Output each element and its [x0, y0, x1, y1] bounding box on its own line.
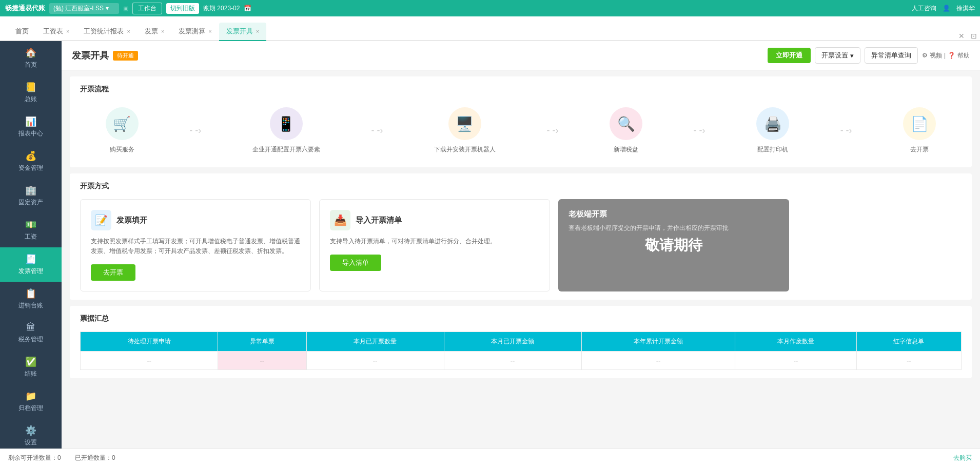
flow-step-printer: 🖨️ 配置打印机 [756, 107, 789, 154]
invoice-icon: 🧾 [25, 254, 36, 265]
billing-card-manual: 📝 发票填开 支持按照发票样式手工填写开发票；可开具增值税电子普通发票、增值税普… [80, 199, 311, 291]
close-tab-salary-report[interactable]: × [127, 28, 130, 34]
flow-arrow-5: - -› [840, 125, 852, 136]
tab-salary[interactable]: 工资表 × [36, 23, 76, 41]
close-tab-invoice[interactable]: × [161, 28, 164, 34]
sidebar-item-funds[interactable]: 💰 资金管理 [0, 144, 62, 179]
header-void-count: 本月作废数量 [735, 332, 856, 352]
flow-arrow-2: - -› [371, 125, 383, 136]
val-year-amount: -- [581, 352, 735, 370]
flow-step-download: 🖥️ 下载并安装开票机器人 [434, 107, 496, 154]
open-settings-button[interactable]: 开票设置 ▾ [815, 47, 860, 64]
fill-card-icon: 📝 [91, 210, 111, 230]
tab-invoice-calc[interactable]: 发票测算 × [171, 23, 219, 41]
username[interactable]: 徐淇华 [956, 4, 975, 13]
issue-icon: 📄 [903, 107, 936, 140]
top-bar: 畅捷通易代账 (勉) 江西服室-LSS ▾ ▣ 工作台 切到旧版 账期 2023… [0, 0, 980, 16]
sidebar-item-assets[interactable]: 🏢 固定资产 [0, 179, 62, 213]
tab-invoice-issue[interactable]: 发票开具 × [219, 23, 266, 41]
customer-service[interactable]: 人工咨询 [912, 4, 936, 13]
billing-card-import: 📥 导入开票清单 支持导入待开票清单，可对待开票清单进行拆分、合并处理。 导入清… [319, 199, 550, 291]
help-icon: ❓ [948, 52, 955, 59]
flow-step-issue: 📄 去开票 [903, 107, 936, 154]
sidebar-item-home[interactable]: 🏠 首页 [0, 41, 62, 75]
close-tab-invoice-issue[interactable]: × [256, 28, 259, 34]
import-list-button[interactable]: 导入清单 [330, 255, 381, 271]
flow-arrow-3: - -› [546, 125, 558, 136]
val-red-info: -- [856, 352, 961, 370]
top-bar-right: 人工咨询 👤 徐淇华 [912, 4, 975, 13]
buy-icon: 🛒 [106, 107, 139, 140]
val-void-count: -- [735, 352, 856, 370]
switch-old-button[interactable]: 切到旧版 [166, 3, 199, 14]
ledger-icon: 📒 [25, 82, 36, 93]
boss-card-title: 老板端开票 [569, 209, 607, 218]
summary-section: 票据汇总 待处理开票申请 异常单票 本月已开票数量 本月已开票金额 本年累计开票… [70, 306, 972, 378]
header-red-info: 红字信息单 [856, 332, 961, 352]
buy-link[interactable]: 去购买 [953, 454, 972, 462]
tab-home[interactable]: 首页 [8, 23, 36, 41]
fill-card-desc: 支持按照发票样式手工填写开发票；可开具增值税电子普通发票、增值税普通发票、增值税… [91, 237, 300, 256]
page-actions-right: ⚙ 视频 | ❓ 帮助 [922, 51, 970, 60]
company-selector[interactable]: (勉) 江西服室-LSS ▾ [49, 3, 119, 14]
billing-card-boss: 老板端开票 查看老板端小程序提交的开票申请，并作出相应的开票审批 敬请期待 [558, 199, 789, 291]
billing-methods-section: 开票方式 📝 发票填开 支持按照发票样式手工填写开发票；可开具增值税电子普通发票… [70, 173, 972, 300]
header-pending: 待处理开票申请 [81, 332, 218, 352]
sidebar-item-purchase[interactable]: 📋 进销台账 [0, 282, 62, 316]
header-abnormal: 异常单票 [218, 332, 306, 352]
remaining-label: 剩余可开通数量：0 [8, 454, 61, 461]
header-month-count: 本月已开票数量 [306, 332, 444, 352]
archive-icon: 📁 [25, 391, 36, 402]
funds-icon: 💰 [25, 150, 36, 162]
page-header: 发票开具 待开通 立即开通 开票设置 ▾ 异常清单查询 ⚙ 视频 | ❓ 帮助 [62, 41, 980, 70]
nav-close-button[interactable]: ✕ [955, 32, 968, 40]
boss-card-header: 老板端开票 查看老板端小程序提交的开票申请，并作出相应的开票审批 [569, 209, 779, 233]
sidebar-item-reports[interactable]: 📊 报表中心 [0, 110, 62, 144]
sidebar-item-salary[interactable]: 💵 工资 [0, 213, 62, 247]
flow-section-title: 开票流程 [80, 85, 962, 94]
purchase-icon: 📋 [25, 288, 36, 299]
val-abnormal: -- [218, 352, 306, 370]
val-month-count: -- [306, 352, 444, 370]
sidebar: 🏠 首页 📒 总账 📊 报表中心 💰 资金管理 🏢 固定资产 💵 工资 🧾 发票… [0, 41, 62, 449]
abnormal-query-button[interactable]: 异常清单查询 [865, 47, 918, 64]
tab-salary-report[interactable]: 工资统计报表 × [76, 23, 137, 41]
summary-title: 票据汇总 [80, 314, 962, 323]
billing-methods-container: 📝 发票填开 支持按照发票样式手工填写开发票；可开具增值税电子普通发票、增值税普… [80, 199, 962, 291]
fill-card-title: 发票填开 [116, 216, 147, 225]
summary-header-row: 待处理开票申请 异常单票 本月已开票数量 本月已开票金额 本年累计开票金额 本月… [81, 332, 962, 352]
flow-step-taxbox: 🔍 新增税盘 [610, 107, 642, 154]
summary-data-row: -- -- -- -- -- -- -- [81, 352, 962, 370]
download-icon: 🖥️ [448, 107, 481, 140]
open-now-button[interactable]: 立即开通 [768, 48, 811, 63]
page-title-area: 发票开具 待开通 [72, 49, 138, 62]
user-avatar: 👤 [943, 5, 950, 12]
tab-invoice[interactable]: 发票 × [138, 23, 171, 41]
app-logo: 畅捷通易代账 [5, 4, 45, 13]
flow-steps: 🛒 购买服务 - -› 📱 企业开通配置开票六要素 - -› 🖥️ 下载并安装开… [80, 102, 962, 159]
nav-tabs: 首页 工资表 × 工资统计报表 × 发票 × 发票测算 × 发票开具 × ✕ ⊡ [0, 16, 980, 41]
bottom-bar: 剩余可开通数量：0 已开通数量：0 去购买 [0, 449, 980, 467]
sidebar-item-ledger[interactable]: 📒 总账 [0, 75, 62, 110]
assets-icon: 🏢 [25, 185, 36, 196]
close-tab-salary[interactable]: × [66, 28, 69, 34]
boss-card-desc: 查看老板端小程序提交的开票申请，并作出相应的开票审批 [569, 223, 779, 233]
val-month-amount: -- [444, 352, 581, 370]
sidebar-item-settle[interactable]: ✅ 结账 [0, 350, 62, 384]
sidebar-item-tax[interactable]: 🏛 税务管理 [0, 316, 62, 350]
chevron-down-icon: ▾ [850, 52, 854, 60]
flow-arrow-4: - -› [694, 125, 705, 136]
flow-section: 开票流程 🛒 购买服务 - -› 📱 企业开通配置开票六要素 - -› 🖥️ 下… [70, 76, 972, 167]
main-layout: 🏠 首页 📒 总账 📊 报表中心 💰 资金管理 🏢 固定资产 💵 工资 🧾 发票… [0, 41, 980, 449]
overlay-text: 敬请期待 [645, 236, 702, 255]
workbench-button[interactable]: 工作台 [132, 3, 162, 14]
sidebar-item-invoice[interactable]: 🧾 发票管理 [0, 247, 62, 282]
nav-restore-button[interactable]: ⊡ [968, 32, 980, 40]
status-badge: 待开通 [113, 51, 138, 61]
page-title: 发票开具 [72, 49, 109, 62]
sidebar-item-archive[interactable]: 📁 归档管理 [0, 384, 62, 419]
close-tab-invoice-calc[interactable]: × [208, 28, 211, 34]
sidebar-item-settings[interactable]: ⚙️ 设置 [0, 419, 62, 449]
go-issue-button[interactable]: 去开票 [91, 264, 135, 281]
import-card-desc: 支持导入待开票清单，可对待开票清单进行拆分、合并处理。 [330, 237, 539, 246]
